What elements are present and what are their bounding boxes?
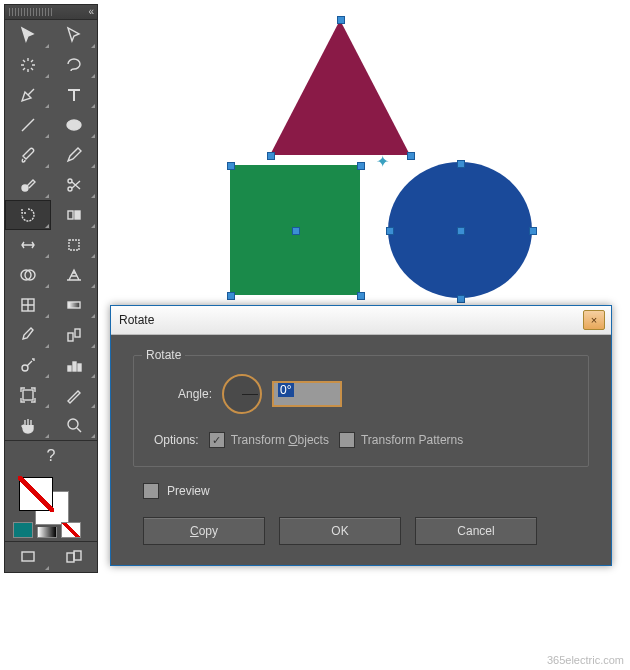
fill-stroke-swatch[interactable] [5,471,97,519]
angle-label: Angle: [178,387,212,401]
close-button[interactable]: × [583,310,605,330]
anchor-point[interactable] [357,292,365,300]
anchor-point[interactable] [227,292,235,300]
cancel-button[interactable]: Cancel [415,517,537,545]
svg-rect-5 [75,211,80,219]
close-icon: × [591,314,597,326]
rotate-group: Rotate Angle: 0° Options: Transform Obje… [133,355,589,467]
artwork [110,0,610,310]
angle-dial[interactable] [222,374,262,414]
blob-brush-tool[interactable] [5,170,51,200]
line-segment-tool[interactable] [5,110,51,140]
svg-rect-4 [68,211,73,219]
svg-rect-15 [73,362,76,371]
slice-tool[interactable] [51,380,97,410]
preview-option[interactable]: Preview [133,483,589,499]
anchor-point[interactable] [267,152,275,160]
symbol-sprayer-tool[interactable] [5,350,51,380]
free-transform-tool[interactable] [51,230,97,260]
svg-rect-12 [75,329,80,337]
anchor-point[interactable] [357,162,365,170]
ellipse-tool[interactable] [51,110,97,140]
hand-tool[interactable] [5,410,51,440]
change-screen-button[interactable] [51,542,97,572]
help-button[interactable]: ? [5,441,97,471]
triangle-shape[interactable] [270,20,410,155]
magic-wand-tool[interactable] [5,50,51,80]
collapse-chevron-icon[interactable]: « [88,6,94,17]
checkbox-icon[interactable] [339,432,355,448]
checkbox-icon[interactable] [143,483,159,499]
color-mode-button[interactable] [13,522,33,538]
selection-tool[interactable] [5,20,51,50]
column-graph-tool[interactable] [51,350,97,380]
svg-rect-20 [67,553,74,562]
tools-panel: « ? [4,4,98,573]
copy-button[interactable]: Copy [143,517,265,545]
width-tool[interactable] [5,230,51,260]
group-legend: Rotate [142,348,185,362]
watermark: 365electric.com [547,654,624,666]
angle-input[interactable]: 0° [272,381,342,407]
svg-point-2 [68,179,72,183]
blend-tool[interactable] [51,320,97,350]
anchor-point[interactable] [457,295,465,303]
anchor-point[interactable] [529,227,537,235]
svg-rect-21 [74,551,81,560]
svg-rect-10 [68,302,80,308]
dialog-title: Rotate [119,313,154,327]
screen-mode-button[interactable] [5,542,51,572]
scissors-tool[interactable] [51,170,97,200]
reflect-tool[interactable] [51,200,97,230]
checkbox-icon[interactable] [209,432,225,448]
zoom-tool[interactable] [51,410,97,440]
rotate-dialog: Rotate × Rotate Angle: 0° Options: Trans… [110,305,612,566]
svg-rect-19 [22,552,34,561]
anchor-point[interactable] [457,160,465,168]
rotate-tool[interactable] [5,200,51,230]
none-mode-button[interactable] [61,522,81,538]
lasso-tool[interactable] [51,50,97,80]
anchor-point[interactable] [386,227,394,235]
mesh-tool[interactable] [5,290,51,320]
anchor-point[interactable] [457,227,465,235]
perspective-grid-tool[interactable] [51,260,97,290]
type-tool[interactable] [51,80,97,110]
direct-selection-tool[interactable] [51,20,97,50]
panel-header[interactable]: « [5,5,97,20]
svg-point-18 [68,419,78,429]
dialog-titlebar[interactable]: Rotate × [111,306,611,335]
svg-rect-6 [69,240,79,250]
anchor-point[interactable] [337,16,345,24]
svg-rect-14 [68,366,71,371]
options-label: Options: [154,433,199,447]
transform-patterns-option[interactable]: Transform Patterns [339,432,463,448]
eyedropper-tool[interactable] [5,320,51,350]
paintbrush-tool[interactable] [5,140,51,170]
shape-builder-tool[interactable] [5,260,51,290]
transform-objects-option[interactable]: Transform Objects [209,432,329,448]
gradient-tool[interactable] [51,290,97,320]
anchor-point[interactable] [227,162,235,170]
svg-point-3 [68,187,72,191]
canvas[interactable]: ✦ [110,0,630,310]
pen-tool[interactable] [5,80,51,110]
svg-point-0 [67,120,81,130]
ok-button[interactable]: OK [279,517,401,545]
svg-rect-11 [68,333,73,341]
anchor-point[interactable] [292,227,300,235]
anchor-point[interactable] [407,152,415,160]
artboard-tool[interactable] [5,380,51,410]
pencil-tool[interactable] [51,140,97,170]
svg-rect-17 [23,390,33,400]
rotation-center-icon[interactable]: ✦ [376,152,389,171]
svg-rect-16 [78,364,81,371]
